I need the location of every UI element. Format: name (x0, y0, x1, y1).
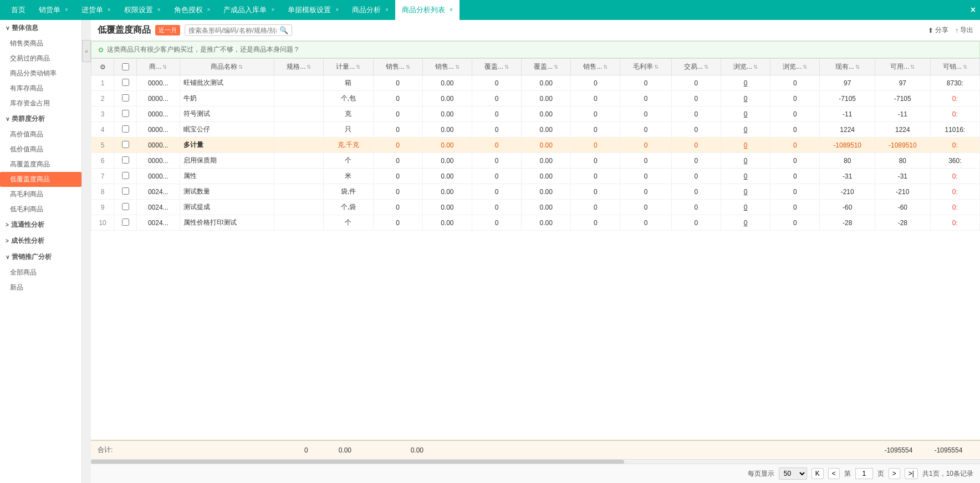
col-header-spec[interactable]: 规格...⇅ (274, 59, 324, 75)
page-number-input[interactable] (855, 468, 873, 479)
sidebar-item-有库存商品[interactable]: 有库存商品 (0, 81, 81, 96)
row-views1[interactable]: 0 (721, 215, 770, 231)
tab-close-icon[interactable]: × (450, 0, 453, 20)
row-name[interactable]: 牛奶 (180, 91, 274, 106)
sidebar-section-整体信息[interactable]: ∨整体信息 (0, 20, 81, 36)
row-checkbox[interactable] (122, 94, 129, 101)
row-checkbox[interactable] (122, 172, 129, 179)
sidebar-section-成长性分析[interactable]: >成长性分析 (0, 233, 81, 249)
tab-close-icon[interactable]: × (385, 0, 389, 20)
first-page-button[interactable]: K (811, 468, 824, 479)
row-name[interactable]: 多计量 (180, 138, 274, 153)
col-header-sales_qty[interactable]: 销售...⇅ (373, 59, 422, 75)
row-views1[interactable]: 0 (721, 75, 770, 91)
sidebar-item-商品分类动销率[interactable]: 商品分类动销率 (0, 66, 81, 81)
col-header-unit[interactable]: 计量...⇅ (324, 59, 373, 75)
nav-tab-单据模板设置[interactable]: 单据模板设置× (281, 0, 345, 20)
views-link[interactable]: 0 (744, 79, 748, 87)
col-header-views1[interactable]: 浏览...⇅ (721, 59, 770, 75)
tab-close-icon[interactable]: × (65, 0, 68, 20)
row-views1[interactable]: 0 (721, 106, 770, 122)
row-checkbox[interactable] (122, 203, 129, 210)
nav-tab-角色授权[interactable]: 角色授权× (167, 0, 217, 20)
row-name[interactable]: 眠宝公仔 (180, 122, 274, 138)
nav-tab-首页[interactable]: 首页 (4, 0, 32, 20)
col-header-stock1[interactable]: 现有...⇅ (820, 59, 875, 75)
row-checkbox[interactable] (122, 125, 129, 133)
views-link[interactable]: 0 (744, 141, 748, 149)
row-name[interactable]: 属性 (180, 169, 274, 184)
row-checkbox[interactable] (122, 110, 129, 117)
col-header-name[interactable]: 商品名称⇅ (180, 59, 274, 75)
col-header-checkbox[interactable] (114, 59, 137, 75)
tab-close-icon[interactable]: × (207, 0, 211, 20)
sidebar-item-全部商品[interactable]: 全部商品 (0, 265, 81, 280)
col-header-coverage2[interactable]: 覆盖...⇅ (522, 59, 571, 75)
row-name[interactable]: 属性价格打印测试 (180, 215, 274, 231)
row-views1[interactable]: 0 (721, 122, 770, 138)
col-header-coverage1[interactable]: 覆盖...⇅ (472, 59, 521, 75)
views-link[interactable]: 0 (744, 95, 748, 103)
sidebar-item-低毛利商品[interactable]: 低毛利商品 (0, 202, 81, 217)
row-checkbox[interactable] (122, 79, 129, 86)
views-link[interactable]: 0 (744, 204, 748, 211)
row-views1[interactable]: 0 (721, 200, 770, 215)
nav-tab-产成品入库单[interactable]: 产成品入库单× (217, 0, 281, 20)
col-header-stock2[interactable]: 可用...⇅ (875, 59, 931, 75)
sidebar-item-低覆盖度商品[interactable]: 低覆盖度商品 (0, 172, 81, 187)
nav-tab-商品分析列表[interactable]: 商品分析列表× (395, 0, 460, 20)
sidebar-item-高毛利商品[interactable]: 高毛利商品 (0, 187, 81, 202)
tab-close-icon[interactable]: × (157, 0, 161, 20)
period-badge[interactable]: 近一月 (155, 25, 180, 35)
sidebar-section-营销推广分析[interactable]: ∨营销推广分析 (0, 249, 81, 265)
row-name[interactable]: 测试提成 (180, 200, 274, 215)
views-link[interactable]: 0 (744, 219, 748, 227)
row-name[interactable]: 启用保质期 (180, 153, 274, 169)
sidebar-item-高覆盖度商品[interactable]: 高覆盖度商品 (0, 157, 81, 172)
col-header-views2[interactable]: 浏览...⇅ (770, 59, 820, 75)
row-checkbox[interactable] (122, 187, 129, 195)
nav-tab-权限设置[interactable]: 权限设置× (118, 0, 167, 20)
nav-tab-商品分析[interactable]: 商品分析× (345, 0, 395, 20)
sidebar-item-交易过的商品[interactable]: 交易过的商品 (0, 51, 81, 66)
row-name[interactable]: 旺铺批次测试 (180, 75, 274, 91)
close-all-button[interactable]: × (971, 5, 976, 15)
tab-close-icon[interactable]: × (335, 0, 339, 20)
col-header-sellable[interactable]: 可销...⇅ (930, 59, 979, 75)
nav-tab-销货单[interactable]: 销货单× (32, 0, 75, 20)
page-size-select[interactable]: 2050100 (779, 467, 807, 480)
sidebar-item-高价值商品[interactable]: 高价值商品 (0, 127, 81, 142)
col-header-code[interactable]: 商...⇅ (136, 59, 180, 75)
row-name[interactable]: 测试数量 (180, 184, 274, 200)
col-header-settings[interactable]: ⚙ (91, 59, 114, 75)
sidebar-item-库存资金占用[interactable]: 库存资金占用 (0, 96, 81, 111)
search-input[interactable] (188, 27, 277, 34)
row-views1[interactable]: 0 (721, 91, 770, 106)
views-link[interactable]: 0 (744, 126, 748, 134)
tab-close-icon[interactable]: × (108, 0, 111, 20)
row-checkbox[interactable] (122, 218, 129, 226)
col-header-transactions[interactable]: 交易...⇅ (671, 59, 721, 75)
sidebar-section-类群度分析[interactable]: ∨类群度分析 (0, 111, 81, 127)
views-link[interactable]: 0 (744, 157, 748, 165)
prev-page-button[interactable]: < (828, 468, 840, 479)
col-header-margin[interactable]: 毛利率⇅ (620, 59, 671, 75)
sidebar-item-新品[interactable]: 新品 (0, 280, 81, 295)
row-checkbox[interactable] (122, 141, 129, 148)
row-views1[interactable]: 0 (721, 153, 770, 169)
select-all-checkbox[interactable] (122, 63, 129, 70)
share-button[interactable]: ⬆ 分享 (928, 26, 948, 35)
row-checkbox[interactable] (122, 156, 129, 164)
sidebar-section-流通性分析[interactable]: >流通性分析 (0, 217, 81, 233)
sidebar-item-销售类商品[interactable]: 销售类商品 (0, 36, 81, 51)
sidebar-collapse-button[interactable]: « (82, 40, 91, 62)
row-views1[interactable]: 0 (721, 184, 770, 200)
views-link[interactable]: 0 (744, 172, 748, 180)
last-page-button[interactable]: >| (905, 468, 918, 479)
row-name[interactable]: 符号测试 (180, 106, 274, 122)
col-header-sales3[interactable]: 销售...⇅ (571, 59, 620, 75)
tab-close-icon[interactable]: × (271, 0, 274, 20)
row-views1[interactable]: 0 (721, 169, 770, 184)
views-link[interactable]: 0 (744, 188, 748, 196)
export-button[interactable]: ↑ 导出 (955, 26, 973, 35)
